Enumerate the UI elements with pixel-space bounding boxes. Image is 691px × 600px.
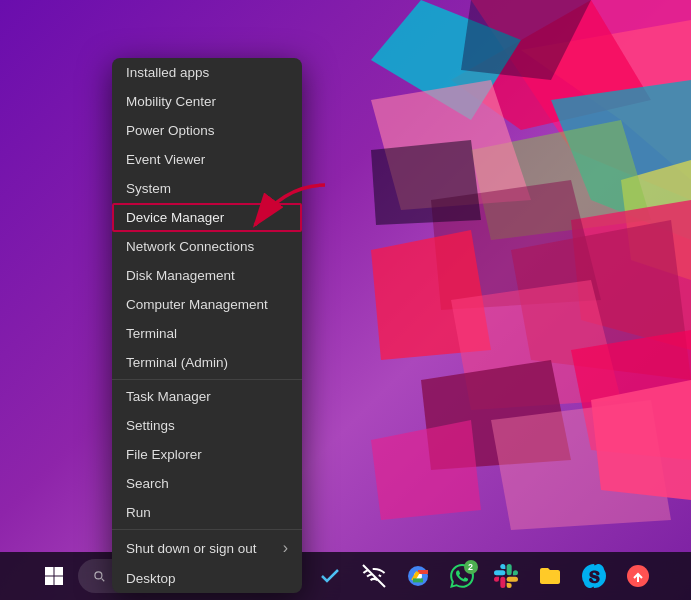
taskbar-connectivity[interactable] <box>354 556 394 596</box>
menu-item-desktop[interactable]: Desktop <box>112 564 302 593</box>
menu-item-label: Search <box>126 476 169 491</box>
taskbar: Search <box>0 552 691 600</box>
menu-item-label: Desktop <box>126 571 176 586</box>
taskbar-chrome[interactable] <box>398 556 438 596</box>
svg-marker-20 <box>371 140 481 225</box>
menu-separator <box>112 379 302 380</box>
taskbar-tasks[interactable] <box>310 556 350 596</box>
menu-item-terminal[interactable]: Terminal <box>112 319 302 348</box>
taskbar-skype[interactable] <box>574 556 614 596</box>
menu-item-computer-management[interactable]: Computer Management <box>112 290 302 319</box>
menu-item-power-options[interactable]: Power Options <box>112 116 302 145</box>
svg-marker-18 <box>371 420 481 520</box>
menu-item-device-manager[interactable]: Device Manager <box>112 203 302 232</box>
menu-item-terminal-admin[interactable]: Terminal (Admin) <box>112 348 302 377</box>
menu-item-label: Device Manager <box>126 210 224 225</box>
menu-item-label: Network Connections <box>126 239 254 254</box>
menu-separator <box>112 529 302 530</box>
desktop-wallpaper-art <box>271 0 691 530</box>
menu-item-label: System <box>126 181 171 196</box>
menu-item-label: Disk Management <box>126 268 235 283</box>
menu-item-run[interactable]: Run <box>112 498 302 527</box>
whatsapp-badge: 2 <box>464 560 478 574</box>
menu-item-label: Terminal <box>126 326 177 341</box>
chevron-right-icon: › <box>283 539 288 557</box>
menu-item-label: Mobility Center <box>126 94 216 109</box>
menu-item-task-manager[interactable]: Task Manager <box>112 382 302 411</box>
menu-item-label: Power Options <box>126 123 215 138</box>
menu-item-disk-management[interactable]: Disk Management <box>112 261 302 290</box>
menu-item-shut-down[interactable]: Shut down or sign out› <box>112 532 302 564</box>
menu-item-installed-apps[interactable]: Installed apps <box>112 58 302 87</box>
menu-item-label: Installed apps <box>126 65 209 80</box>
menu-item-label: Terminal (Admin) <box>126 355 228 370</box>
taskbar-files[interactable] <box>530 556 570 596</box>
menu-item-label: Task Manager <box>126 389 211 404</box>
taskbar-whatsapp[interactable]: 2 <box>442 556 482 596</box>
taskbar-email[interactable] <box>618 556 658 596</box>
menu-item-mobility-center[interactable]: Mobility Center <box>112 87 302 116</box>
taskbar-slack[interactable] <box>486 556 526 596</box>
menu-item-label: Shut down or sign out <box>126 541 257 556</box>
menu-item-system[interactable]: System <box>112 174 302 203</box>
menu-item-label: File Explorer <box>126 447 202 462</box>
menu-item-file-explorer[interactable]: File Explorer <box>112 440 302 469</box>
menu-item-event-viewer[interactable]: Event Viewer <box>112 145 302 174</box>
context-menu: Installed appsMobility CenterPower Optio… <box>112 58 302 593</box>
menu-item-network-connections[interactable]: Network Connections <box>112 232 302 261</box>
menu-item-settings[interactable]: Settings <box>112 411 302 440</box>
menu-item-label: Run <box>126 505 151 520</box>
menu-item-label: Event Viewer <box>126 152 205 167</box>
start-button[interactable] <box>34 556 74 596</box>
desktop <box>0 0 691 600</box>
menu-item-label: Computer Management <box>126 297 268 312</box>
svg-marker-17 <box>591 380 691 500</box>
menu-item-label: Settings <box>126 418 175 433</box>
menu-item-search[interactable]: Search <box>112 469 302 498</box>
